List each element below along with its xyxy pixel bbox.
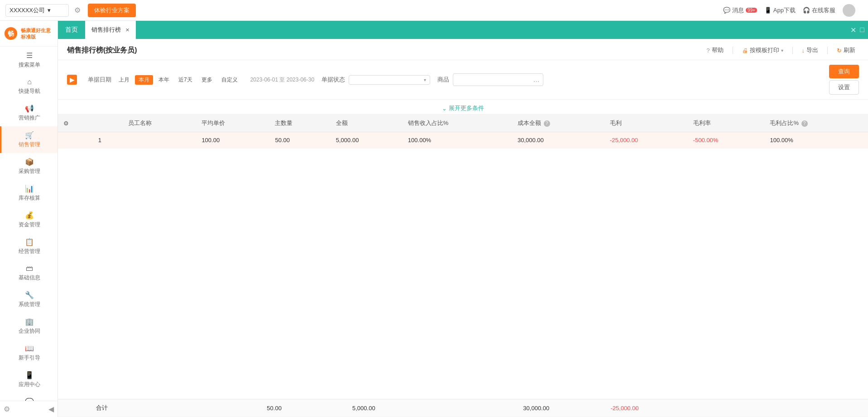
settings-bottom-icon[interactable]: ⚙ bbox=[4, 405, 10, 413]
nav-icon-finance: 💰 bbox=[25, 211, 34, 220]
data-table: ⚙ 员工名称 平均单价 主数量 全额 销售收入占比% 成本全额 ? bbox=[58, 115, 868, 149]
cell-cost: 30,000.00 bbox=[512, 132, 604, 149]
total-profit-rate bbox=[697, 399, 783, 417]
online-service-button[interactable]: 🎧 在线客服 bbox=[803, 6, 835, 14]
sidebar-item-sales[interactable]: 🛒销售管理 bbox=[0, 126, 58, 153]
online-service-label: 在线客服 bbox=[812, 6, 835, 14]
tab-sales-ranking[interactable]: 销售排行榜 ✕ bbox=[85, 21, 136, 39]
date-tab-custom[interactable]: 自定义 bbox=[218, 75, 241, 85]
date-tab-this-year[interactable]: 本年 bbox=[155, 75, 173, 85]
cell-rank: 1 bbox=[93, 132, 123, 149]
cell-profit: -25,000.00 bbox=[604, 132, 688, 149]
query-button[interactable]: 查询 bbox=[829, 65, 859, 78]
sidebar-item-purchase[interactable]: 📦采购管理 bbox=[0, 153, 58, 180]
sidebar-item-marketing[interactable]: 📢营销推广 bbox=[0, 100, 58, 126]
col-settings[interactable]: ⚙ bbox=[58, 115, 93, 132]
nav-icon-basic-info: 🗃 bbox=[26, 264, 33, 273]
nav-icon-wechat: 💬 bbox=[25, 398, 34, 401]
cell-sales-pct: 100.00% bbox=[403, 132, 512, 149]
sidebar-item-wechat[interactable]: 💬企业微信 bbox=[0, 393, 58, 401]
refresh-icon: ↻ bbox=[837, 47, 842, 54]
help-button[interactable]: ? 帮助 bbox=[703, 44, 727, 56]
tab-label: 销售排行榜 bbox=[91, 26, 121, 34]
sidebar-item-finance[interactable]: 💰资金管理 bbox=[0, 206, 58, 233]
date-tab-more[interactable]: 更多 bbox=[198, 75, 216, 85]
col-avg-price: 平均单价 bbox=[196, 115, 269, 132]
table-footer: 合计 50.00 5,000.00 30,000.00 -25,000.00 bbox=[58, 399, 868, 417]
tab-close-icon[interactable]: ✕ bbox=[125, 27, 129, 33]
goods-input[interactable] bbox=[457, 77, 533, 83]
total-profit-pct bbox=[782, 399, 868, 417]
logo-text: 畅康通好生意 标准版 bbox=[21, 27, 51, 40]
print-button[interactable]: 🖨 按模板打印 ▾ bbox=[739, 44, 787, 56]
sidebar-bottom: ⚙ ◀ bbox=[0, 401, 58, 417]
col-quantity: 主数量 bbox=[269, 115, 330, 132]
sidebar-item-app-center[interactable]: 📱应用中心 bbox=[0, 366, 58, 393]
trial-button[interactable]: 体验行业方案 bbox=[88, 4, 136, 17]
sidebar-nav: ☰搜索菜单⌂快捷导航📢营销推广🛒销售管理📦采购管理📊库存核算💰资金管理📋经营管理… bbox=[0, 47, 58, 401]
sidebar-item-system[interactable]: 🔧系统管理 bbox=[0, 286, 58, 313]
nav-icon-system: 🔧 bbox=[25, 291, 34, 299]
table-settings-icon[interactable]: ⚙ bbox=[63, 120, 69, 127]
table-body: 1 100.00 50.00 5,000.00 100.00% 30,000.0… bbox=[58, 132, 868, 149]
export-button[interactable]: ↓ 导出 bbox=[798, 44, 822, 56]
top-bar-right: 💬 消息 99+ 📱 App下载 🎧 在线客服 bbox=[723, 4, 863, 17]
nav-icon-sales: 🛒 bbox=[25, 131, 34, 139]
filter-row: ▶ 单据日期 上月 本月 本年 近7天 更多 自定义 bbox=[67, 65, 859, 95]
refresh-button[interactable]: ↻ 刷新 bbox=[833, 44, 859, 56]
status-select[interactable]: ▾ bbox=[349, 75, 430, 85]
expand-arrow-icon[interactable]: ▶ bbox=[67, 75, 77, 85]
company-selector[interactable]: XXXXXX公司 ▾ bbox=[5, 4, 69, 17]
sidebar-label-operations: 经营管理 bbox=[19, 248, 40, 255]
total-amount: 5,000.00 bbox=[347, 399, 432, 417]
cell-name bbox=[123, 132, 196, 149]
cell-settings bbox=[58, 132, 93, 149]
sidebar-item-inventory[interactable]: 📊库存核算 bbox=[0, 180, 58, 206]
goods-dots[interactable]: ... bbox=[533, 76, 539, 84]
window-max-icon[interactable]: □ bbox=[860, 26, 864, 34]
status-label: 单据状态 bbox=[321, 76, 345, 84]
expand-more-button[interactable]: ⌄ 展开更多条件 bbox=[442, 104, 484, 112]
sidebar-item-guide[interactable]: 📖新手引导 bbox=[0, 340, 58, 366]
col-cost: 成本全额 ? bbox=[512, 115, 604, 132]
settings-button[interactable]: 设置 bbox=[829, 80, 859, 95]
sidebar-item-quick-nav[interactable]: ⌂快捷导航 bbox=[0, 73, 58, 100]
mobile-icon: 📱 bbox=[764, 7, 772, 14]
filter-buttons: 查询 设置 bbox=[829, 65, 859, 95]
date-label: 单据日期 bbox=[88, 76, 111, 84]
sidebar-label-finance: 资金管理 bbox=[19, 221, 40, 229]
sidebar-label-app-center: 应用中心 bbox=[19, 381, 40, 388]
profit-pct-tooltip-icon[interactable]: ? bbox=[801, 120, 808, 127]
sidebar-item-search[interactable]: ☰搜索菜单 bbox=[0, 47, 58, 73]
sidebar-label-quick-nav: 快捷导航 bbox=[19, 87, 40, 95]
app-download-button[interactable]: 📱 App下载 bbox=[764, 6, 796, 14]
company-name: XXXXXX公司 bbox=[10, 6, 45, 14]
sidebar-item-operations[interactable]: 📋经营管理 bbox=[0, 233, 58, 260]
sidebar-item-enterprise[interactable]: 🏢企业协同 bbox=[0, 313, 58, 340]
cost-tooltip-icon[interactable]: ? bbox=[544, 120, 550, 127]
date-tab-prev-month[interactable]: 上月 bbox=[115, 75, 133, 85]
cell-amount: 5,000.00 bbox=[331, 132, 403, 149]
page-header: 销售排行榜(按业务员) ? 帮助 🖨 按模板打印 ▾ bbox=[58, 39, 868, 60]
date-tab-this-month[interactable]: 本月 bbox=[135, 75, 153, 85]
tab-bar: 首页 销售排行榜 ✕ ✕ □ bbox=[58, 21, 868, 39]
date-range: 2023-06-01 至 2023-06-30 bbox=[250, 76, 314, 84]
window-close-icon[interactable]: ✕ bbox=[850, 26, 856, 34]
tab-home[interactable]: 首页 bbox=[58, 21, 85, 39]
total-avg-price bbox=[176, 399, 262, 417]
tab-right-actions: ✕ □ bbox=[850, 26, 868, 34]
settings-icon[interactable]: ⚙ bbox=[72, 4, 82, 16]
sidebar-label-guide: 新手引导 bbox=[19, 354, 40, 362]
col-profit-rate: 毛利率 bbox=[688, 115, 765, 132]
total-empty-2 bbox=[77, 399, 91, 417]
avatar[interactable] bbox=[843, 4, 855, 17]
sidebar-label-system: 系统管理 bbox=[19, 301, 40, 308]
cell-avg-price: 100.00 bbox=[196, 132, 269, 149]
date-tab-7days[interactable]: 近7天 bbox=[175, 75, 196, 85]
message-button[interactable]: 💬 消息 99+ bbox=[723, 6, 757, 14]
sidebar-label-sales: 销售管理 bbox=[19, 141, 40, 149]
collapse-icon[interactable]: ◀ bbox=[48, 405, 54, 413]
goods-label: 商品 bbox=[437, 76, 449, 84]
sidebar-item-basic-info[interactable]: 🗃基础信息 bbox=[0, 260, 58, 286]
sidebar-label-enterprise: 企业协同 bbox=[19, 327, 40, 335]
